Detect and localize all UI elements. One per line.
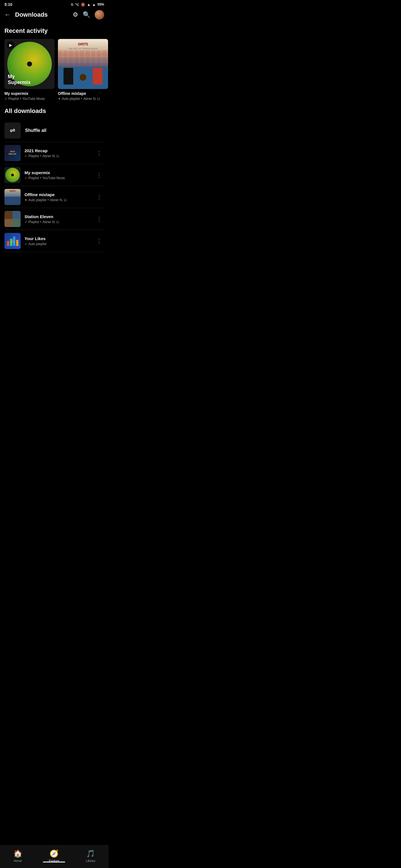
- station-q1: [4, 211, 12, 219]
- figure-right: [93, 68, 103, 85]
- grits-card-thumb: GRITSTHE ART OF TRANSLATION: [58, 39, 108, 89]
- all-downloads-heading: All downloads: [0, 105, 109, 119]
- supermix-card-thumb: MySupermix ▶: [4, 39, 55, 89]
- station-list-thumb: [4, 211, 21, 227]
- recap-bg: 2021RECAP: [4, 145, 21, 161]
- shuffle-all-row[interactable]: ⇌ Shuffle all: [0, 119, 109, 142]
- download-item-likes[interactable]: 👍 Your Likes ✓ Auto playlist ⋮: [0, 230, 109, 252]
- shuffle-icon-container: ⇌: [4, 122, 21, 138]
- supermix-list-title: My supermix: [25, 170, 90, 175]
- download-item-station[interactable]: Station Eleven ✓ Playlist • Abner N. Li …: [0, 208, 109, 230]
- avatar-image: [95, 10, 104, 20]
- station-q4: [12, 219, 21, 227]
- settings-icon[interactable]: ⚙: [73, 11, 78, 18]
- station-type: Playlist: [28, 220, 39, 224]
- grits-small-bg: GRITS: [4, 189, 21, 205]
- grits-list-thumb: GRITS: [4, 189, 21, 205]
- activity-card-grits[interactable]: GRITSTHE ART OF TRANSLATION Offline mixt…: [58, 39, 108, 101]
- recap-source: Abner N. Li: [42, 154, 59, 158]
- google-icon: G: [71, 3, 74, 6]
- supermix-card-meta: ✓ Playlist • YouTube Music: [4, 97, 55, 101]
- shuffle-label: Shuffle all: [25, 128, 46, 133]
- recap-more-button[interactable]: ⋮: [94, 148, 104, 159]
- likes-bg: 👍: [4, 233, 21, 249]
- recap-title: 2021 Recap: [25, 148, 90, 153]
- activity-card-supermix[interactable]: MySupermix ▶ My supermix ✓ Playlist • Yo…: [4, 39, 55, 101]
- page-title: Downloads: [15, 11, 68, 18]
- download-item-grits[interactable]: GRITS Offline mixtape ✦ Auto playlist • …: [0, 186, 109, 208]
- recap-type: Playlist: [28, 154, 39, 158]
- play-icon-overlay: ▶: [7, 41, 15, 49]
- status-bar: 5:10 G ⌥ 🔕 ▲ ▲ 55%: [0, 0, 109, 8]
- grits-card-meta: ✦ Auto playlist • Abner N. Li: [58, 97, 108, 101]
- wifi-icon: ▲: [87, 2, 90, 7]
- page-header: ← Downloads ⚙ 🔍: [0, 8, 109, 23]
- supermix-check-icon: ✓: [25, 176, 27, 180]
- search-icon[interactable]: 🔍: [83, 11, 90, 18]
- grits-card-title: Offline mixtape: [58, 91, 108, 96]
- grits-list-meta: ✦ Auto playlist • Abner N. Li: [25, 198, 90, 202]
- recent-activity-scroll: MySupermix ▶ My supermix ✓ Playlist • Yo…: [0, 38, 109, 105]
- station-bg: [4, 211, 21, 227]
- grits-more-button[interactable]: ⋮: [94, 191, 104, 203]
- recap-text-overlay: 2021RECAP: [9, 151, 17, 156]
- supermix-list-thumb: [4, 167, 21, 183]
- table-round: [80, 74, 86, 81]
- likes-meta: ✓ Auto playlist: [25, 242, 90, 246]
- supermix-small-circle: [5, 168, 20, 182]
- grits-star-icon: ✦: [25, 198, 27, 202]
- recap-info: 2021 Recap ✓ Playlist • Abner N. Li: [25, 148, 90, 158]
- supermix-bg: MySupermix ▶: [4, 39, 55, 89]
- station-q2: [12, 211, 21, 219]
- grits-card-source: Abner N. Li: [83, 97, 100, 101]
- likes-type: Auto playlist: [28, 242, 47, 246]
- supermix-overlay-text: MySupermix: [8, 74, 31, 86]
- grits-list-type: Auto playlist: [28, 198, 47, 202]
- divider-6: [4, 252, 104, 252]
- likes-check-icon: ✓: [25, 242, 27, 246]
- recap-thumb: 2021RECAP: [4, 145, 21, 161]
- grits-art: GRITSTHE ART OF TRANSLATION: [58, 39, 108, 89]
- recap-check-icon: ✓: [25, 154, 27, 158]
- status-time: 5:10: [4, 2, 12, 7]
- check-badge-icon: ✓: [4, 97, 7, 101]
- supermix-info: My supermix ✓ Playlist • YouTube Music: [25, 170, 90, 180]
- battery-text: 55%: [97, 2, 104, 6]
- grits-list-title: Offline mixtape: [25, 192, 90, 197]
- station-check-icon: ✓: [25, 220, 27, 224]
- back-button[interactable]: ←: [4, 11, 10, 18]
- station-source: Abner N. Li: [42, 220, 59, 224]
- grits-list-source: Abner N. Li: [50, 198, 66, 202]
- all-downloads-section: All downloads ⇌ Shuffle all 2021RECAP 20…: [0, 105, 109, 252]
- supermix-list-meta: ✓ Playlist • YouTube Music: [25, 176, 90, 180]
- likes-list-thumb: 👍: [4, 233, 21, 249]
- supermix-small-bg: [4, 167, 21, 183]
- thumbs-up-icon: 👍: [10, 239, 15, 244]
- likes-bar-4: [16, 240, 18, 246]
- signal-icon: ▲: [92, 2, 96, 7]
- station-more-button[interactable]: ⋮: [94, 213, 104, 224]
- likes-info: Your Likes ✓ Auto playlist: [25, 236, 90, 246]
- status-icons: G ⌥ 🔕 ▲ ▲ 55%: [71, 2, 104, 7]
- download-item-supermix[interactable]: My supermix ✓ Playlist • YouTube Music ⋮: [0, 164, 109, 186]
- likes-bar-1: [7, 241, 9, 246]
- shuffle-icon: ⇌: [10, 127, 15, 134]
- grits-title-art: GRITSTHE ART OF TRANSLATION: [68, 42, 98, 50]
- likes-title: Your Likes: [25, 236, 90, 241]
- grits-small-bottom: [4, 197, 21, 205]
- supermix-card-type: Playlist: [8, 97, 19, 101]
- station-q3: [4, 219, 12, 227]
- recent-activity-heading: Recent activity: [0, 23, 109, 38]
- station-info: Station Eleven ✓ Playlist • Abner N. Li: [25, 214, 90, 224]
- figure-left: [63, 68, 73, 85]
- avatar[interactable]: [95, 10, 104, 20]
- download-item-recap[interactable]: 2021RECAP 2021 Recap ✓ Playlist • Abner …: [0, 142, 109, 164]
- supermix-card-source: YouTube Music: [22, 97, 45, 101]
- supermix-more-button[interactable]: ⋮: [94, 169, 104, 181]
- likes-more-button[interactable]: ⋮: [94, 235, 104, 247]
- mute-icon: 🔕: [81, 2, 85, 7]
- supermix-list-source: YouTube Music: [42, 176, 65, 180]
- grits-info: Offline mixtape ✦ Auto playlist • Abner …: [25, 192, 90, 202]
- tile-wall: [58, 50, 108, 67]
- star-badge-icon: ✦: [58, 97, 61, 101]
